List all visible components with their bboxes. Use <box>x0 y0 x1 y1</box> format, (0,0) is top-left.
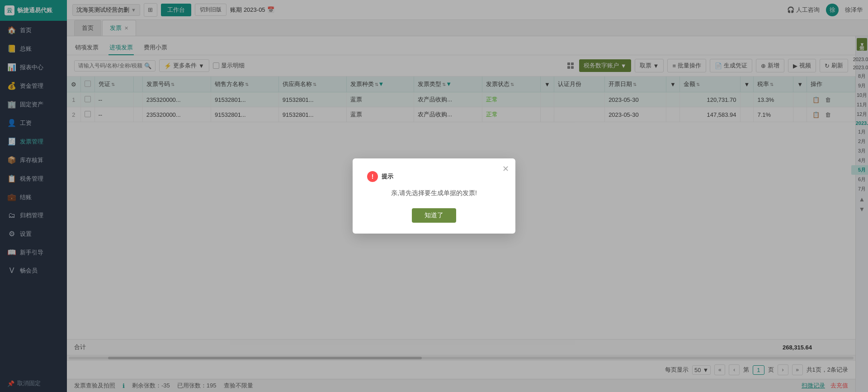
modal-footer: 知道了 <box>367 208 501 223</box>
warning-icon: ! <box>367 171 378 182</box>
modal-title: ! 提示 <box>367 171 501 182</box>
modal-overlay[interactable]: ✕ ! 提示 亲,请先选择要生成单据的发票! 知道了 <box>0 0 868 392</box>
modal-box: ✕ ! 提示 亲,请先选择要生成单据的发票! 知道了 <box>353 158 515 234</box>
modal-message: 亲,请先选择要生成单据的发票! <box>367 189 501 197</box>
modal-title-text: 提示 <box>382 172 393 181</box>
confirm-button[interactable]: 知道了 <box>412 208 456 223</box>
modal-close-button[interactable]: ✕ <box>502 164 509 174</box>
